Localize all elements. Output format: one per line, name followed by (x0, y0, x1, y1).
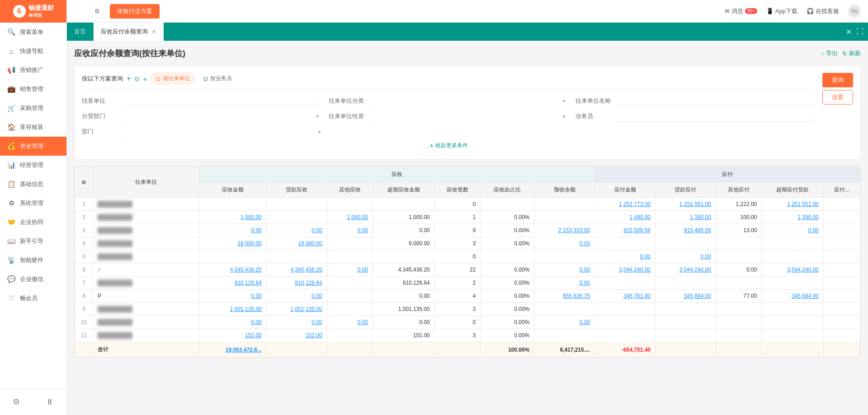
table-cell[interactable]: 4,345,436.20 (266, 263, 327, 277)
table-cell[interactable]: 0.00 (327, 316, 373, 329)
table-cell[interactable]: 0.00 (199, 224, 267, 237)
refresh-btn[interactable]: ↻ 刷新 (842, 49, 861, 57)
sidebar-item-inventory[interactable]: 🏠 库存核算 (0, 118, 66, 137)
subdept-select[interactable] (122, 126, 127, 137)
table-cell[interactable]: 1,251,551.00 (656, 198, 716, 211)
table-cell[interactable]: 18,000.00 (199, 237, 267, 250)
table-cell[interactable]: 810,126.64 (266, 277, 327, 290)
tab-close-icon[interactable]: ✕ (151, 29, 156, 35)
table-cell[interactable]: 18,000.00 (266, 237, 327, 250)
table-cell[interactable]: 1,390.00 (656, 211, 716, 224)
table-cell[interactable]: 1,490.00 (595, 211, 656, 224)
table-cell[interactable]: 655,636.75 (534, 290, 595, 303)
table-cell[interactable]: 915,508.56 (595, 224, 656, 237)
table-cell[interactable]: 3,044,240.00 (762, 263, 824, 277)
footer-ar-amount[interactable]: 19,553,472,6... (199, 342, 267, 358)
table-cell[interactable]: 1,251,551.00 (762, 198, 824, 211)
query-btn[interactable]: 查询 (822, 73, 853, 87)
table-cell[interactable]: 1,000.00 (199, 211, 267, 224)
table-cell[interactable]: 0.00 (534, 316, 595, 329)
settings-btn[interactable]: 设置 (822, 90, 853, 105)
table-cell (595, 303, 656, 316)
sidebar-item-marketing[interactable]: 📢 营销推广 (0, 61, 66, 80)
sidebar-item-wechat[interactable]: 💬 企业微信 (0, 270, 66, 289)
table-cell[interactable]: 0.00 (656, 250, 716, 263)
filter-row-2: 分管部门 往来单位性质 (82, 111, 815, 122)
filter-row-1: 结算单位 … 往来单位分类 (82, 95, 815, 106)
tab-ar-query[interactable]: 应收应付余额查询 ✕ (94, 23, 164, 41)
col-ap-amount: 应付金额 (595, 182, 656, 198)
table-cell[interactable]: 0.00 (534, 277, 595, 290)
settings-bottom-btn[interactable]: ⚙ (7, 393, 25, 410)
sidebar-item-basic[interactable]: 📋 基础信息 (0, 175, 66, 194)
edit-scheme-btn[interactable]: ⊙ (134, 75, 140, 82)
table-cell[interactable]: 0.00 (199, 290, 267, 303)
sidebar-item-purchase[interactable]: 🛒 采购管理 (0, 99, 66, 118)
table-cell: 101.00 (373, 329, 435, 342)
settlement-unit-field[interactable] (122, 95, 321, 106)
sidebar-item-search[interactable]: 🔍 搜索菜单 (0, 23, 66, 42)
settings-gear-btn[interactable]: ⚙ (90, 4, 104, 19)
sidebar-item-hardware[interactable]: 📡 智能硬件 (0, 251, 66, 270)
sidebar-item-system[interactable]: ⚙ 系统管理 (0, 194, 66, 213)
tab-home[interactable]: 首页 (67, 23, 94, 41)
table-cell[interactable]: 1,001,135.00 (266, 303, 327, 316)
nature-select[interactable] (368, 111, 374, 122)
user-info[interactable]: Rit (848, 5, 861, 18)
table-cell[interactable]: 915,495.56 (656, 224, 716, 237)
table-cell[interactable]: 1,252,773.00 (595, 198, 656, 211)
add-scheme-btn[interactable]: + (127, 75, 131, 83)
salesperson-input-wrap[interactable]: … (615, 111, 815, 122)
table-cell[interactable]: 3,044,240.00 (656, 263, 716, 277)
table-cell[interactable]: 0.00 (327, 263, 373, 277)
table-cell[interactable]: 4,345,436.20 (199, 263, 267, 277)
table-cell[interactable]: 1,390.00 (762, 211, 824, 224)
online-service-btn[interactable]: 🎧 在线客服 (807, 7, 839, 15)
table-cell[interactable]: 1,000.00 (327, 211, 373, 224)
partner-name-field[interactable] (615, 95, 815, 106)
table-cell[interactable]: 2,153,333.00 (534, 224, 595, 237)
table-settings-icon[interactable]: ⚙ (81, 179, 86, 186)
sidebar-item-finance[interactable]: 💰 资金管理 (0, 137, 66, 156)
messages-btn[interactable]: ✉ 消息 99+ (725, 7, 757, 15)
table-cell: 0.00 (373, 290, 435, 303)
sidebar-item-quicknav[interactable]: ⌂ 快捷导航 (0, 42, 66, 61)
table-cell[interactable]: 0.00 (327, 224, 373, 237)
scheme-tag-salesperson[interactable]: ⊙ 按业务员 (198, 73, 236, 84)
table-cell[interactable]: 345,684.00 (762, 290, 824, 303)
sidebar-item-management[interactable]: 📊 经营管理 (0, 156, 66, 175)
sidebar-item-guide[interactable]: 📖 新手引导 (0, 232, 66, 251)
close-window-btn[interactable]: ✕ (846, 28, 852, 36)
table-cell[interactable]: 0.00 (266, 316, 327, 329)
sidebar-item-sales[interactable]: 💼 销售管理 (0, 80, 66, 99)
prev-scheme-btn[interactable]: « (143, 75, 147, 82)
dept-select[interactable] (122, 111, 127, 122)
table-cell[interactable]: 345,761.00 (595, 290, 656, 303)
table-cell[interactable]: 0.00 (762, 224, 824, 237)
maximize-btn[interactable]: ⛶ (856, 28, 863, 36)
collapse-sidebar-btn[interactable]: ⏸ (40, 394, 59, 410)
table-cell[interactable]: 0.00 (534, 263, 595, 277)
app-download-btn[interactable]: 📱 App下载 (766, 7, 797, 15)
table-cell[interactable]: 152.00 (199, 329, 267, 342)
table-cell[interactable]: 152.00 (266, 329, 327, 342)
table-cell[interactable]: 0.00 (534, 237, 595, 250)
table-cell[interactable]: 0.00 (199, 316, 267, 329)
table-cell[interactable]: 3,044,240.00 (595, 263, 656, 277)
table-cell[interactable]: 0.00 (595, 250, 656, 263)
table-cell[interactable]: 345,684.00 (656, 290, 716, 303)
trial-btn[interactable]: 体验行业方案 (110, 4, 160, 19)
scheme-tag-partner[interactable]: ⊙ 按往来单位 (151, 73, 195, 84)
table-cell[interactable]: 0.00 (266, 224, 327, 237)
collapse-btn[interactable]: ∧ 收起更多条件 (429, 142, 468, 149)
partner-category-select[interactable] (368, 95, 374, 106)
sidebar-item-collab[interactable]: 🤝 企业协同 (0, 213, 66, 232)
salesperson-field[interactable] (615, 111, 815, 122)
table-cell (656, 303, 716, 316)
table-cell[interactable]: 1,001,135.00 (199, 303, 267, 316)
table-cell[interactable]: 810,126.64 (199, 277, 267, 290)
sidebar-item-member[interactable]: ♡ 畅会员 (0, 289, 66, 308)
table-cell[interactable]: 0.00 (266, 290, 327, 303)
settlement-unit-input[interactable]: … (122, 95, 321, 106)
export-btn[interactable]: ↑ 导出 (821, 49, 838, 57)
